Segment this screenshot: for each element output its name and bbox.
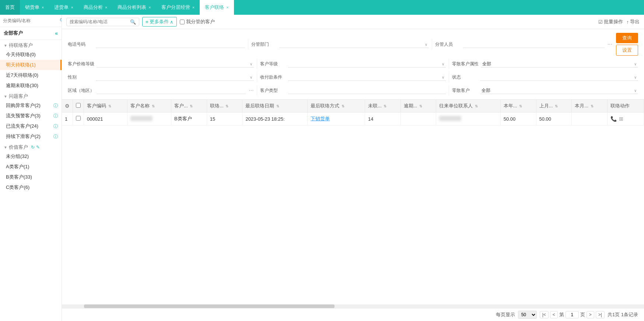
filter-type-label: 客户类型 — [260, 87, 286, 94]
close-icon[interactable]: × — [71, 5, 73, 10]
table-row: 1 000021 B类客户 15 2023-05-23 18:25: 下销货单 — [62, 113, 644, 125]
filter-area-input[interactable] — [97, 87, 246, 94]
close-icon[interactable]: × — [226, 5, 228, 10]
sidebar-all-customers[interactable]: 全部客户 « — [0, 27, 62, 40]
sort-icon[interactable]: ⇅ — [519, 104, 522, 108]
sort-icon[interactable]: ⇅ — [384, 104, 386, 108]
sidebar-item-class-b[interactable]: B类客户(33) — [0, 172, 62, 182]
sidebar-item-ungrouped[interactable]: 未分组(32) — [0, 151, 62, 162]
filter-price-select-wrap — [97, 61, 254, 68]
prev-page-btn[interactable]: < — [550, 311, 558, 318]
cell-last-date: 2023-05-23 18:25: — [242, 113, 308, 125]
nav-product-analysis-list[interactable]: 商品分析列表 × — [112, 0, 156, 15]
per-page-select[interactable]: 50 100 — [518, 311, 537, 319]
sort-icon[interactable]: ⇅ — [475, 104, 478, 108]
sidebar-group-pending[interactable]: ▼ 待联络客户 — [0, 40, 62, 49]
filter-payment-select[interactable] — [288, 74, 446, 81]
more-dots-icon[interactable]: ··· — [608, 41, 612, 48]
set-button[interactable]: 设置 — [616, 45, 638, 56]
close-icon[interactable]: × — [148, 5, 151, 10]
my-customer-check[interactable] — [180, 20, 185, 24]
sidebar-group-value[interactable]: ▼ 价值客户 ↻ ✎ — [0, 142, 62, 151]
nav-customer-contact[interactable]: 客户联络 × — [200, 0, 234, 15]
filter-cell-price: 客户价格等级 — [68, 61, 254, 68]
sidebar-item-7days[interactable]: 近7天待联络(0) — [0, 70, 62, 80]
query-button[interactable]: 查询 — [616, 33, 638, 43]
sidebar-item-abnormal[interactable]: 回购异常客户(2) ⓘ — [0, 100, 62, 111]
settings-icon[interactable]: ⚙ — [65, 103, 70, 109]
filter-level-select[interactable] — [288, 61, 446, 68]
sidebar-item-tomorrow[interactable]: 明天待联络(1) — [0, 60, 62, 70]
filter-dept-select[interactable] — [279, 41, 428, 48]
sidebar-item-lost[interactable]: 已流失客户(24) ⓘ — [0, 121, 62, 131]
filter-person-input[interactable] — [463, 41, 605, 48]
page-label: 第 — [559, 311, 564, 318]
area-dots-icon[interactable]: ··· — [249, 87, 253, 94]
info-icon[interactable]: ⓘ — [53, 134, 58, 140]
close-icon[interactable]: × — [105, 5, 107, 10]
sort-icon[interactable]: ⇅ — [555, 104, 558, 108]
sidebar-item-class-a[interactable]: A类客户(1) — [0, 162, 62, 172]
nav-sales[interactable]: 销货单 × — [20, 0, 49, 15]
next-page-btn[interactable]: > — [587, 311, 594, 318]
sort-icon[interactable]: ⇅ — [225, 104, 228, 108]
first-page-btn[interactable]: |< — [540, 311, 549, 318]
select-all-checkbox[interactable] — [76, 103, 81, 108]
call-icon[interactable]: 📞 — [610, 116, 617, 122]
nav-purchase[interactable]: 进货单 × — [49, 0, 78, 15]
scroll-bar[interactable] — [84, 304, 335, 308]
table-header-row: ⚙ 客户编码 ⇅ 客户名称 ⇅ — [62, 100, 644, 113]
last-page-btn[interactable]: >| — [596, 311, 605, 318]
sidebar-item-today[interactable]: 今天待联络(0) — [0, 49, 62, 60]
export-btn[interactable]: ↑ 导出 — [627, 18, 640, 25]
nav-product-analysis[interactable]: 商品分析 × — [78, 0, 112, 15]
last-contact-link[interactable]: 下销货单 — [311, 116, 330, 121]
batch-btn[interactable]: ☑ 批量操作 — [598, 18, 623, 25]
sidebar-item-lost-warn[interactable]: 流失预警客户(3) ⓘ — [0, 111, 62, 121]
row-checkbox[interactable] — [76, 116, 81, 121]
th-last-month: 上月... ⇅ — [536, 100, 572, 113]
info-icon[interactable]: ⓘ — [53, 123, 58, 130]
info-icon[interactable]: ⓘ — [53, 113, 58, 119]
sidebar-item-overdue[interactable]: 逾期未联络(30) — [0, 80, 62, 91]
filter-price-select[interactable] — [97, 61, 254, 68]
content-area: 🔍 ≡ 更多条件 ∧ 我分管的客户 ☑ 批量操作 ↑ 导出 — [62, 15, 644, 321]
sort-icon[interactable]: ⇅ — [342, 104, 344, 108]
nav-home[interactable]: 首页 — [0, 0, 20, 15]
th-settings: ⚙ — [62, 100, 73, 113]
sort-icon[interactable]: ⇅ — [419, 104, 422, 108]
cell-not-contacted: 14 — [365, 113, 400, 125]
filter-more-btn[interactable]: ≡ 更多条件 ∧ — [142, 17, 177, 27]
sidebar-item-declining[interactable]: 持续下滑客户(2) ⓘ — [0, 131, 62, 142]
sort-icon[interactable]: ⇅ — [276, 104, 279, 108]
sort-icon[interactable]: ⇅ — [108, 104, 111, 108]
filter-gender-select[interactable] — [96, 74, 254, 81]
close-icon[interactable]: × — [192, 5, 195, 10]
refresh-icon[interactable]: ↻ — [31, 145, 35, 150]
page-input[interactable] — [566, 311, 579, 318]
divider — [449, 59, 449, 69]
filter-phone-input[interactable] — [96, 41, 245, 48]
sidebar-search-input[interactable] — [3, 18, 58, 23]
nav-customer-segment[interactable]: 客户分层经营 × — [156, 0, 200, 15]
search-input[interactable] — [70, 19, 129, 24]
sidebar-group-problem[interactable]: ▼ 问题客户 — [0, 91, 62, 100]
filter-retail-attr-select[interactable]: 全部 — [481, 61, 638, 68]
edit-icon[interactable]: ✎ — [36, 145, 40, 150]
total-label: 共1页 1条记录 — [608, 311, 638, 318]
grid-icon[interactable]: ⊞ — [619, 116, 623, 122]
filter-icon: ≡ — [146, 19, 148, 25]
filter-row-3: 性别 收付款条件 状态 — [68, 72, 638, 82]
sidebar-item-class-c[interactable]: C类客户(6) — [0, 182, 62, 193]
filter-status-select[interactable] — [480, 74, 638, 81]
filter-retail-select[interactable]: 全部 — [480, 87, 638, 94]
search-icon[interactable]: 🔍 — [130, 19, 136, 25]
collapse-icon[interactable]: « — [55, 30, 58, 36]
sort-icon[interactable]: ⇅ — [190, 104, 193, 108]
sort-icon[interactable]: ⇅ — [591, 104, 594, 108]
info-icon[interactable]: ⓘ — [53, 103, 58, 109]
close-icon[interactable]: × — [42, 5, 44, 10]
my-customer-checkbox[interactable]: 我分管的客户 — [180, 18, 215, 25]
sort-icon[interactable]: ⇅ — [152, 104, 155, 108]
filter-type-input[interactable] — [288, 87, 446, 94]
